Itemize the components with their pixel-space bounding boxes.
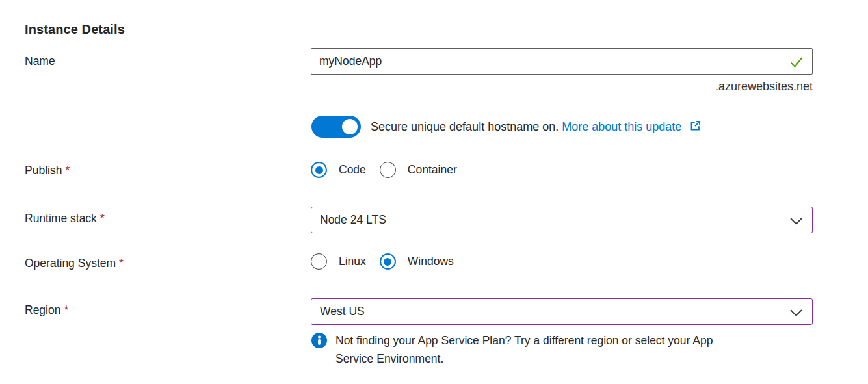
publish-container-label[interactable]: Container xyxy=(408,163,457,177)
region-label-text: Region xyxy=(25,303,60,316)
radio-unselected-icon[interactable] xyxy=(311,253,327,270)
runtime-stack-value: Node 24 LTS xyxy=(311,213,386,227)
info-icon xyxy=(311,333,327,348)
runtime-stack-label-text: Runtime stack xyxy=(25,212,97,225)
operating-system-required-marker: * xyxy=(119,257,124,270)
os-linux-label[interactable]: Linux xyxy=(339,255,366,268)
region-value: West US xyxy=(311,305,365,318)
valid-check-icon xyxy=(789,55,804,70)
chevron-down-icon xyxy=(790,308,802,320)
publish-label-text: Publish xyxy=(25,164,62,177)
region-dropdown[interactable]: West US xyxy=(311,298,813,325)
runtime-stack-dropdown[interactable]: Node 24 LTS xyxy=(311,207,813,233)
toggle-label-text: Secure unique default hostname on. xyxy=(371,120,559,133)
secure-hostname-text: Secure unique default hostname on. More … xyxy=(371,120,702,135)
chevron-down-icon xyxy=(790,216,802,228)
region-info-line2: Service Environment. xyxy=(335,350,806,368)
publish-code-label[interactable]: Code xyxy=(339,163,366,177)
toggle-knob xyxy=(342,119,358,134)
region-info-text: Not finding your App Service Plan? Try a… xyxy=(335,331,806,368)
region-required-marker: * xyxy=(64,303,68,316)
radio-selected-icon[interactable] xyxy=(311,162,327,178)
os-option-linux[interactable]: Linux xyxy=(311,253,366,270)
radio-selected-icon[interactable] xyxy=(380,253,396,270)
runtime-stack-required-marker: * xyxy=(100,212,105,225)
operating-system-label-text: Operating System xyxy=(25,257,116,270)
more-about-update-link[interactable]: More about this update xyxy=(562,120,681,133)
secure-hostname-toggle[interactable] xyxy=(311,116,361,138)
publish-option-code[interactable]: Code xyxy=(311,162,366,178)
os-option-windows[interactable]: Windows xyxy=(380,253,454,270)
name-input-wrapper xyxy=(311,48,813,75)
operating-system-radio-group: Linux Windows xyxy=(311,253,467,270)
hostname-suffix: .azurewebsites.net xyxy=(715,80,813,94)
name-input[interactable] xyxy=(311,49,812,74)
publish-option-container[interactable]: Container xyxy=(380,162,457,178)
publish-label: Publish* xyxy=(25,164,70,177)
external-link-icon xyxy=(689,120,702,135)
region-label: Region* xyxy=(25,303,68,317)
publish-required-marker: * xyxy=(65,164,70,177)
runtime-stack-label: Runtime stack* xyxy=(25,212,105,225)
publish-radio-group: Code Container xyxy=(311,162,471,178)
operating-system-label: Operating System* xyxy=(25,257,124,270)
section-title: Instance Details xyxy=(25,22,125,37)
radio-unselected-icon[interactable] xyxy=(380,162,396,178)
os-windows-label[interactable]: Windows xyxy=(408,255,454,268)
region-info-line1: Not finding your App Service Plan? Try a… xyxy=(335,331,806,350)
name-label: Name xyxy=(25,55,55,68)
